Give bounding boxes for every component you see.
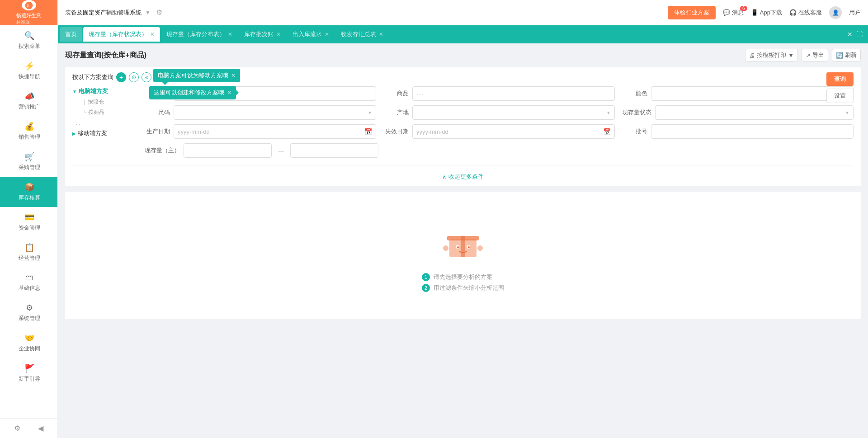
svg-point-9: [443, 245, 448, 251]
sidebar-item-inventory[interactable]: 📦 库存核算: [0, 177, 57, 207]
stock-status-input[interactable]: ▼: [655, 105, 854, 120]
tab-inout-flow[interactable]: 出入库流水 ✕: [287, 27, 335, 42]
online-service-btn[interactable]: 🎧 在线客服: [789, 9, 822, 17]
stock-range-dash: —: [278, 147, 284, 154]
message-badge: 6: [740, 6, 747, 11]
production-date-field[interactable]: [178, 128, 372, 135]
headset-icon: 🎧: [789, 9, 797, 16]
main-area: 装备及固定资产辅助管理系统 ▼ ⚙ 体验行业方案 💬 消息 6 📱 App下载 …: [58, 0, 868, 438]
sidebar-item-purchase[interactable]: 🛒 采购管理: [0, 146, 57, 177]
system-dropdown-icon[interactable]: ▼: [145, 9, 151, 16]
query-btn[interactable]: 查询: [826, 72, 854, 86]
settings-icon[interactable]: ⚙: [156, 8, 162, 17]
refresh-btn[interactable]: 🔄 刷新: [832, 49, 861, 61]
tab-close-inventory-status[interactable]: ✕: [150, 31, 155, 38]
sidebar-item-search[interactable]: 🔍 搜索菜单: [0, 25, 57, 56]
copy-scheme-btn[interactable]: ⊙: [129, 72, 139, 82]
filter-origin: 产地 ▼: [383, 105, 615, 120]
sidebar-item-marketing[interactable]: 📣 营销推广: [0, 86, 57, 116]
scheme-node-by-product[interactable]: └ 按商品: [83, 107, 145, 118]
guide-icon: 🚩: [24, 363, 34, 373]
topbar: 装备及固定资产辅助管理系统 ▼ ⚙ 体验行业方案 💬 消息 6 📱 App下载 …: [58, 0, 868, 25]
empty-illustration: [440, 219, 486, 264]
scheme-node-desktop[interactable]: ▼ 电脑端方案: [72, 86, 145, 97]
tab-receive-send[interactable]: 收发存汇总表 ✕: [335, 27, 389, 42]
filter-expiry-date: 失效日期 📅: [383, 124, 615, 139]
collapse-btn[interactable]: ∧ 收起更多条件: [72, 169, 854, 181]
filter-header-row: 按以下方案查询 + ⊙ « 电脑方案可设为移动方案哦 ✕: [72, 72, 854, 82]
tab-batch[interactable]: 库存批次账 ✕: [239, 27, 286, 42]
sidebar-item-enterprise[interactable]: 🤝 企业协同: [0, 328, 57, 358]
message-btn[interactable]: 💬 消息 6: [723, 9, 744, 17]
add-scheme-btn[interactable]: +: [116, 72, 126, 82]
filter-color: 颜色 ▼: [622, 86, 854, 101]
production-date-input[interactable]: 📅: [174, 124, 376, 139]
tooltip-create-scheme: 这里可以创建和修改方案哦 ✕: [149, 86, 236, 99]
filter-stock-main: 现存量（主） —: [145, 143, 378, 158]
sidebar-item-basic[interactable]: 🗃 基础信息: [0, 268, 57, 297]
settings-bottom-btn[interactable]: ⚙: [14, 424, 20, 433]
avatar-icon: 👤: [832, 9, 839, 16]
tab-close-receive-send[interactable]: ✕: [379, 31, 383, 38]
filter-row3: 生产日期 📅 失效日期 📅: [145, 124, 854, 139]
system-icon: ⚙: [26, 303, 33, 313]
origin-input[interactable]: ▼: [412, 105, 615, 120]
tab-inventory-dist[interactable]: 现存量（库存分布表） ✕: [161, 27, 238, 42]
sidebar-item-quick[interactable]: ⚡ 快捷导航: [0, 56, 57, 86]
tab-inventory-status[interactable]: 现存量（库存状况表） ✕: [83, 27, 160, 42]
svg-point-0: [25, 1, 33, 9]
step-2-badge: 2: [422, 284, 430, 292]
trial-btn[interactable]: 体验行业方案: [668, 6, 716, 19]
expiry-date-field[interactable]: [416, 128, 611, 135]
tab-maximize-btn[interactable]: ⛶: [856, 31, 863, 38]
size-input[interactable]: ▼: [174, 105, 376, 120]
refresh-icon: 🔄: [836, 52, 843, 59]
tab-close-inventory-dist[interactable]: ✕: [228, 31, 232, 38]
svg-text:6: 6: [27, 3, 29, 8]
sidebar-item-guide[interactable]: 🚩 新手引导: [0, 358, 57, 388]
production-date-icon[interactable]: 📅: [364, 128, 372, 135]
print-icon: 🖨: [749, 52, 755, 59]
tabbar-end: ✕ ⛶: [847, 31, 866, 38]
color-input[interactable]: ▼: [651, 86, 854, 101]
tab-close-batch[interactable]: ✕: [276, 31, 281, 38]
query-section: 查询 设置: [826, 72, 854, 103]
user-avatar[interactable]: 👤: [829, 6, 842, 19]
mobile-icon: 📱: [751, 9, 758, 16]
tooltip2-close[interactable]: ✕: [227, 89, 231, 96]
expiry-date-input[interactable]: 📅: [412, 124, 615, 139]
sidebar-nav: 🔍 搜索菜单 ⚡ 快捷导航 📣 营销推广 💰 销售管理 🛒 采购管理 📦 库存核…: [0, 25, 57, 418]
reset-btn[interactable]: 设置: [826, 89, 854, 103]
stock-main-to-input[interactable]: [290, 143, 378, 158]
step-1-badge: 1: [422, 273, 430, 281]
batch-no-input[interactable]: [651, 124, 854, 139]
stock-status-dropdown-icon: ▼: [845, 110, 849, 115]
stock-main-from-input[interactable]: [184, 143, 272, 158]
tab-close-inout-flow[interactable]: ✕: [325, 31, 329, 38]
print-dropdown-icon: ▼: [788, 52, 794, 59]
product-input[interactable]: ···: [412, 86, 615, 101]
export-btn[interactable]: ↗ 导出: [802, 49, 828, 61]
scheme-sub-items: │ 按照仓 └ 按商品: [72, 97, 145, 118]
expiry-date-icon[interactable]: 📅: [603, 128, 611, 135]
scheme-node-mobile[interactable]: ▶ 移动端方案: [72, 128, 145, 139]
system-name: 装备及固定资产辅助管理系统: [65, 9, 142, 17]
svg-rect-4: [461, 236, 465, 257]
sidebar-item-finance[interactable]: 💳 资金管理: [0, 207, 57, 237]
collapse-section: ∧ 收起更多条件: [72, 165, 854, 181]
filter-row1: 仓库 ··· 商品 ··· 颜色: [145, 86, 854, 101]
back-scheme-btn[interactable]: «: [142, 72, 151, 82]
print-btn[interactable]: 🖨 按模板打印 ▼: [745, 49, 798, 61]
sidebar-item-system[interactable]: ⚙ 系统管理: [0, 297, 57, 328]
app-download-btn[interactable]: 📱 App下载: [751, 9, 782, 17]
filter-row4: 现存量（主） —: [145, 143, 854, 158]
empty-tips: 1 请先选择要分析的方案 2 用过滤条件来缩小分析范围: [422, 273, 504, 292]
collapse-sidebar-btn[interactable]: ◀: [38, 424, 43, 433]
sidebar-item-operation[interactable]: 📋 经营管理: [0, 237, 57, 268]
tab-home[interactable]: 首页: [60, 27, 82, 42]
sales-icon: 💰: [24, 122, 34, 132]
tooltip1-close[interactable]: ✕: [231, 72, 236, 79]
sidebar-item-sales[interactable]: 💰 销售管理: [0, 116, 57, 146]
tab-close-all-btn[interactable]: ✕: [847, 31, 853, 38]
scheme-node-by-warehouse[interactable]: │ 按照仓: [83, 97, 145, 107]
